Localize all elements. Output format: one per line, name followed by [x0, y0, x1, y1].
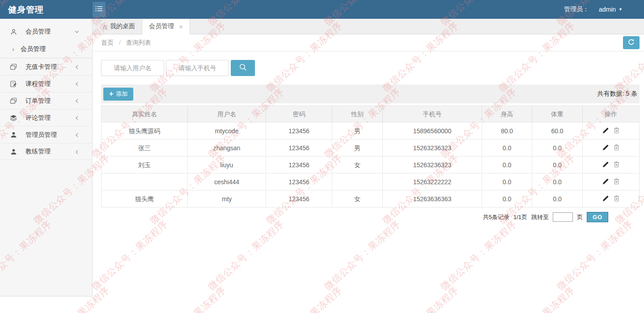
add-button-label: 添加: [116, 90, 127, 98]
column-header: 操作: [583, 106, 639, 122]
table-cell: 123456: [266, 156, 332, 173]
pagination: 共5条记录 1/1页 跳转至 页 GO: [93, 212, 608, 222]
column-header: 真实姓名: [102, 106, 188, 122]
table-cell: 0.0: [532, 156, 583, 173]
sidebar-item-5[interactable]: 管理员管理: [0, 126, 92, 143]
column-header: 手机号: [383, 106, 482, 122]
sidebar-subitem[interactable]: ›会员管理: [0, 40, 92, 58]
delete-button[interactable]: [614, 195, 619, 203]
table-header-row: 真实姓名用户名密码性别手机号身高体重操作: [102, 106, 639, 122]
operations-cell: [583, 190, 639, 207]
table-cell: 15896560000: [383, 123, 482, 139]
sidebar-item-label: 管理员管理: [25, 131, 57, 139]
delete-button[interactable]: [614, 127, 619, 135]
table-cell: 123456: [266, 173, 332, 190]
sidebar-item-2[interactable]: 课程管理: [0, 75, 92, 92]
column-header: 体重: [532, 106, 583, 122]
edit-button[interactable]: [602, 195, 609, 203]
admin-dropdown[interactable]: admin ▼: [599, 6, 623, 13]
table-cell: 123456: [266, 123, 332, 139]
record-summary: 共5条记录: [483, 213, 509, 221]
refresh-button[interactable]: [623, 36, 640, 49]
table-cell: 15263236323: [383, 140, 482, 156]
operations-cell: [583, 123, 639, 140]
chevron-left-icon: [74, 98, 80, 105]
table-cell: 15263636363: [383, 190, 482, 207]
admin-username: admin: [599, 6, 616, 13]
breadcrumb-row: 首页 / 查询列表: [93, 34, 644, 51]
chevron-right-icon: ›: [12, 45, 14, 53]
table-cell: 80.0: [482, 123, 532, 139]
edit-button[interactable]: [602, 144, 609, 152]
table-cell: zhangsan: [188, 140, 266, 156]
table-cell: 张三: [102, 140, 188, 156]
table-cell: 0.0: [482, 140, 532, 156]
table-cell: 0.0: [482, 156, 532, 173]
refresh-icon: [627, 38, 636, 48]
table-cell: [332, 173, 383, 190]
search-row: [101, 60, 644, 76]
sidebar-item-label: 课程管理: [25, 80, 51, 88]
column-header: 身高: [482, 106, 532, 122]
tab-desktop[interactable]: ⌂ 我的桌面: [96, 19, 142, 34]
column-header: 密码: [266, 106, 332, 122]
table-toolbar: + 添加 共有数据: 5 条: [101, 85, 640, 103]
table-cell: 猫头鹰源码: [102, 123, 188, 139]
table-cell: 女: [332, 190, 383, 207]
search-button[interactable]: [231, 60, 255, 76]
table-cell: 123456: [266, 140, 332, 156]
table-cell: 0.0: [482, 190, 532, 207]
sidebar-item-label: 会员管理: [25, 28, 51, 36]
table-cell: liuyu: [188, 156, 266, 173]
page-jump-input[interactable]: [553, 212, 573, 222]
table-cell: 猫头鹰: [102, 190, 188, 207]
trash-icon: [614, 127, 619, 135]
table-cell: mty: [188, 190, 266, 207]
breadcrumb-current: 查询列表: [126, 39, 151, 46]
phone-input[interactable]: [166, 60, 229, 76]
table-row: 刘玉liuyu123456女152632363230.00.0: [102, 156, 639, 173]
edit-button[interactable]: [602, 178, 609, 186]
table-row: ceshi444123456152632222220.00.0: [102, 173, 639, 190]
table-cell: 0.0: [532, 140, 583, 156]
edit-icon: [602, 178, 609, 186]
table-cell: 刘玉: [102, 156, 188, 173]
sidebar-item-4[interactable]: 评论管理: [0, 109, 92, 126]
table-cell: 男: [332, 123, 383, 139]
table-cell: 女: [332, 156, 383, 173]
edit-button[interactable]: [602, 127, 609, 135]
members-table: 真实姓名用户名密码性别手机号身高体重操作猫头鹰源码mtycode123456男1…: [101, 106, 640, 207]
table-row: 猫头鹰mty123456女152636363630.00.0: [102, 190, 639, 207]
sidebar-item-1[interactable]: 充值卡管理: [0, 58, 92, 75]
add-button[interactable]: + 添加: [103, 88, 133, 101]
chevron-left-icon: [74, 132, 80, 139]
delete-button[interactable]: [614, 161, 619, 169]
admin-area: 管理员： admin ▼: [564, 0, 623, 19]
table-row: 猫头鹰源码mtycode123456男1589656000080.060.0: [102, 122, 639, 139]
operations-cell: [583, 156, 639, 173]
total-count: 共有数据: 5 条: [597, 90, 637, 98]
page-info: 1/1页: [513, 213, 527, 221]
sidebar-item-6[interactable]: 教练管理: [0, 143, 92, 160]
breadcrumb-home[interactable]: 首页: [101, 39, 114, 46]
edit-button[interactable]: [602, 161, 609, 169]
table-cell: 0.0: [532, 190, 583, 207]
main-content: ⌂ 我的桌面 会员管理 × 首页 / 查询列表: [93, 19, 644, 313]
table-cell: 60.0: [532, 123, 583, 139]
close-icon[interactable]: ×: [179, 23, 183, 30]
table-cell: 15263222222: [383, 173, 482, 190]
username-input[interactable]: [101, 60, 164, 76]
course-icon: [10, 80, 17, 88]
table-row: 张三zhangsan123456男152632363230.00.0: [102, 139, 639, 156]
table-cell: 0.0: [482, 173, 532, 190]
tab-member-management[interactable]: 会员管理 ×: [142, 19, 190, 34]
user-solid-icon: [10, 131, 17, 139]
sidebar-item-0[interactable]: 会员管理: [0, 23, 92, 40]
table-cell: 15263236323: [383, 156, 482, 173]
go-button[interactable]: GO: [587, 212, 608, 222]
sidebar-item-3[interactable]: 订单管理: [0, 92, 92, 109]
delete-button[interactable]: [614, 178, 619, 186]
sidebar-toggle-button[interactable]: [93, 2, 106, 17]
sidebar-subitem-label: 会员管理: [21, 45, 46, 53]
delete-button[interactable]: [614, 144, 619, 152]
